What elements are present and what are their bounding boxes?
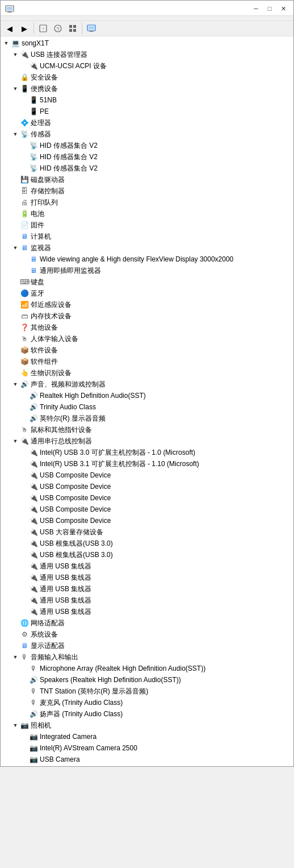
- expander-usb_hub1[interactable]: [20, 562, 29, 571]
- maximize-button[interactable]: □: [264, 4, 275, 13]
- tree-item-print[interactable]: 🖨打印队列: [1, 197, 293, 208]
- tree-item-software_comp[interactable]: 📦软件组件: [1, 356, 293, 367]
- tree-item-51nb[interactable]: 📱51NB: [1, 94, 293, 106]
- expander-usb_comp2[interactable]: [20, 482, 29, 491]
- expander-intel_usb30[interactable]: [20, 448, 29, 457]
- toolbar-back[interactable]: ◀: [3, 22, 16, 35]
- tree-item-portable[interactable]: ▼📱便携设备: [1, 83, 293, 94]
- expander-memory[interactable]: [11, 312, 20, 321]
- toolbar-monitor[interactable]: [85, 22, 98, 35]
- expander-monitor2[interactable]: [20, 266, 29, 275]
- menu-action[interactable]: [12, 17, 21, 19]
- expander-tnt_station[interactable]: [20, 687, 29, 696]
- expander-firmware[interactable]: [11, 221, 20, 230]
- close-button[interactable]: ✕: [278, 4, 289, 13]
- expander-trinity_audio[interactable]: [20, 402, 29, 412]
- tree-item-hid_grp[interactable]: 🖱人体学输入设备: [1, 333, 293, 344]
- tree-item-usb_comp4[interactable]: 🔌USB Composite Device: [1, 504, 293, 515]
- menu-view[interactable]: [21, 17, 30, 19]
- expander-monitor_grp[interactable]: ▼: [11, 243, 20, 252]
- expander-usb_camera[interactable]: [20, 755, 29, 764]
- expander-usb_comp5[interactable]: [20, 516, 29, 525]
- tree-item-monitor2[interactable]: 🖥通用即插即用监视器: [1, 265, 293, 276]
- expander-usb_comp3[interactable]: [20, 493, 29, 502]
- expander-usb_comp4[interactable]: [20, 505, 29, 514]
- tree-item-keyboard[interactable]: ⌨键盘: [1, 276, 293, 288]
- expander-audioinout[interactable]: ▼: [11, 653, 20, 662]
- expander-software_dev[interactable]: [11, 346, 20, 355]
- tree-item-sysdev[interactable]: ⚙系统设备: [1, 629, 293, 640]
- tree-item-storage[interactable]: 🗄存储控制器: [1, 185, 293, 197]
- expander-integrated_cam[interactable]: [20, 732, 29, 741]
- menu-help[interactable]: [30, 17, 39, 19]
- tree-item-intel_display_audio[interactable]: 🔊英特尔(R) 显示器音频: [1, 413, 293, 424]
- expander-monitor1[interactable]: [20, 255, 29, 264]
- tree-item-software_dev[interactable]: 📦软件设备: [1, 344, 293, 356]
- expander-microphone_arr[interactable]: [20, 664, 29, 673]
- expander-security[interactable]: [11, 73, 20, 82]
- expander-disk[interactable]: [11, 175, 20, 184]
- tree-item-cpu[interactable]: 💠处理器: [1, 117, 293, 128]
- expander-51nb[interactable]: [20, 95, 29, 105]
- expander-audio_grp[interactable]: ▼: [11, 380, 20, 389]
- expander-realtek_audio[interactable]: [20, 391, 29, 400]
- expander-proximity[interactable]: [11, 300, 20, 309]
- tree-item-usb_mass[interactable]: 🔌USB 大容量存储设备: [1, 526, 293, 538]
- expander-battery[interactable]: [11, 209, 20, 218]
- expander-sensor[interactable]: ▼: [11, 130, 20, 139]
- expander-storage[interactable]: [11, 186, 20, 196]
- tree-item-root[interactable]: ▼💻songX1T: [1, 38, 293, 49]
- expander-ucm[interactable]: [20, 61, 29, 70]
- expander-other[interactable]: [11, 323, 20, 332]
- expander-usb_mass[interactable]: [20, 528, 29, 537]
- expander-mouse_grp[interactable]: [11, 425, 20, 434]
- tree-item-sensor[interactable]: ▼📡传感器: [1, 128, 293, 140]
- expander-speaker_trinity[interactable]: [20, 709, 29, 719]
- tree-item-trinity_audio[interactable]: 🔊Trinity Audio Class: [1, 401, 293, 413]
- tree-item-usb_hub4[interactable]: 🔌通用 USB 集线器: [1, 595, 293, 606]
- expander-usb_hub5[interactable]: [20, 607, 29, 616]
- tree-item-usb_bus[interactable]: ▼🔌通用串行总线控制器: [1, 435, 293, 447]
- expander-mic_trinity[interactable]: [20, 698, 29, 707]
- tree-item-audioinout[interactable]: ▼🎙音频输入和输出: [1, 651, 293, 663]
- toolbar-forward[interactable]: ▶: [18, 22, 31, 35]
- tree-item-security[interactable]: 🔒安全设备: [1, 72, 293, 83]
- tree-item-intel_usb30[interactable]: 🔌Intel(R) USB 3.0 可扩展主机控制器 - 1.0 (Micros…: [1, 447, 293, 458]
- tree-item-pe[interactable]: 📱PE: [1, 106, 293, 117]
- toolbar-up[interactable]: ↑: [36, 22, 50, 35]
- expander-usb_hub3[interactable]: [20, 584, 29, 593]
- tree-item-hid1[interactable]: 📡HID 传感器集合 V2: [1, 140, 293, 151]
- tree-item-usb_hub5[interactable]: 🔌通用 USB 集线器: [1, 606, 293, 617]
- tree-item-speaker_trinity[interactable]: 🔊扬声器 (Trinity Audio Class): [1, 708, 293, 720]
- tree-item-microphone_arr[interactable]: 🎙Microphone Array (Realtek High Definiti…: [1, 663, 293, 674]
- tree-item-usb_root1[interactable]: 🔌USB 根集线器(USB 3.0): [1, 538, 293, 549]
- tree-item-usb_root2[interactable]: 🔌USB 根集线器(USB 3.0): [1, 549, 293, 560]
- expander-software_comp[interactable]: [11, 357, 20, 366]
- toolbar-grid[interactable]: [66, 22, 79, 35]
- tree-item-realtek_audio[interactable]: 🔊Realtek High Definition Audio(SST): [1, 390, 293, 401]
- tree-item-avstream_cam[interactable]: 📷Intel(R) AVStream Camera 2500: [1, 742, 293, 754]
- tree-item-usb_hub2[interactable]: 🔌通用 USB 集线器: [1, 572, 293, 583]
- tree-item-monitor1[interactable]: 🖥Wide viewing angle & High density FlexV…: [1, 254, 293, 265]
- expander-root[interactable]: ▼: [2, 39, 11, 48]
- tree-item-firmware[interactable]: 📄固件: [1, 219, 293, 231]
- tree-item-bio[interactable]: 👆生物识别设备: [1, 367, 293, 379]
- expander-usb_root2[interactable]: [20, 550, 29, 559]
- expander-bio[interactable]: [11, 368, 20, 377]
- expander-usb_bus[interactable]: ▼: [11, 437, 20, 446]
- expander-portable[interactable]: ▼: [11, 84, 20, 93]
- expander-keyboard[interactable]: [11, 277, 20, 286]
- tree-item-mic_trinity[interactable]: 🎙麦克风 (Trinity Audio Class): [1, 697, 293, 708]
- toolbar-help[interactable]: ?: [51, 22, 65, 35]
- expander-print[interactable]: [11, 198, 20, 207]
- tree-item-hid3[interactable]: 📡HID 传感器集合 V2: [1, 163, 293, 174]
- expander-display_adapter[interactable]: [11, 641, 20, 650]
- tree-item-other[interactable]: ❓其他设备: [1, 322, 293, 333]
- tree-item-display_adapter[interactable]: 🖥显示适配器: [1, 640, 293, 651]
- expander-intel_usb31[interactable]: [20, 459, 29, 468]
- tree-item-usb_hub1[interactable]: 🔌通用 USB 集线器: [1, 560, 293, 572]
- tree-item-usb_camera[interactable]: 📷USB Camera: [1, 754, 293, 765]
- expander-usb_comp1[interactable]: [20, 471, 29, 480]
- menu-file[interactable]: [3, 17, 12, 19]
- tree-item-integrated_cam[interactable]: 📷Integrated Camera: [1, 731, 293, 742]
